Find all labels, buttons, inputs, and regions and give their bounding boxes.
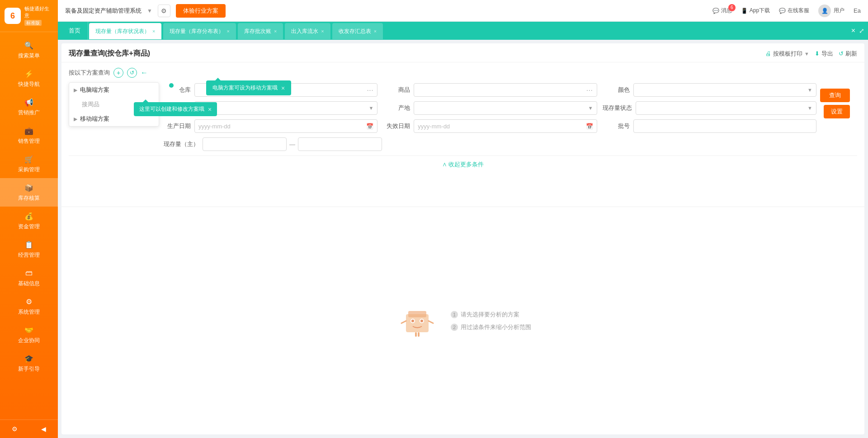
user-menu[interactable]: 👤 用户: [818, 5, 844, 17]
support-btn[interactable]: 💬 在线客服: [779, 7, 809, 14]
header-settings-icon[interactable]: ⚙: [158, 5, 170, 17]
svg-point-4: [411, 320, 414, 322]
nav-item-sales[interactable]: 💼 销售管理: [0, 121, 58, 150]
color-select[interactable]: ▼: [633, 83, 816, 97]
close-tab-stock-dist[interactable]: ×: [226, 28, 229, 34]
scheme-tooltip-close[interactable]: ×: [281, 85, 285, 92]
stock-qty-max[interactable]: [298, 137, 382, 151]
origin-select[interactable]: ▼: [414, 101, 597, 115]
system-name: 装备及固定资产辅助管理系统: [65, 7, 142, 15]
trial-btn[interactable]: 体验行业方案: [176, 4, 226, 18]
collapse-sidebar-btn[interactable]: ◀: [41, 425, 46, 433]
settings-icon[interactable]: ⚙: [12, 425, 18, 433]
edit-tooltip-close[interactable]: ×: [208, 106, 212, 113]
close-tab-stock-status[interactable]: ×: [152, 28, 155, 34]
close-tab-recv-summary[interactable]: ×: [374, 28, 377, 34]
goods-dots[interactable]: ···: [586, 86, 593, 94]
svg-point-5: [420, 320, 423, 322]
color-group: 颜色 ▼: [603, 83, 816, 97]
nav-item-base[interactable]: 🗃 基础信息: [0, 264, 58, 292]
nav-item-system[interactable]: ⚙ 系统管理: [0, 292, 58, 320]
sales-icon: 💼: [24, 126, 34, 136]
calendar-icon: 📅: [366, 123, 373, 130]
nav-item-inventory[interactable]: 📦 库存核算: [0, 178, 58, 207]
tab-stock-status[interactable]: 现存量（库存状况表） ×: [89, 23, 161, 39]
nav-item-marketing[interactable]: 📢 营销推广: [0, 93, 58, 121]
svg-rect-7: [418, 332, 420, 337]
stock-qty-min[interactable]: [203, 137, 287, 151]
warehouse-dots[interactable]: ···: [367, 86, 374, 94]
header-right: 💬 消息 6 📱 App下载 💬 在线客服 👤 用户 Ea: [712, 5, 861, 17]
filter-area: 按以下方案查询 + ↺ ← 电脑方案可设为移动方案哦 × 这里可以创建和修改方案…: [61, 62, 864, 207]
filter-row-2: 尺码 ▼ 产地 ▼ 现存量状态: [164, 101, 816, 115]
page-content: 现存量查询(按仓库+商品) 🖨 按模板打印 ▼ ⬇ 导出 ↺ 刷新: [61, 43, 864, 434]
edit-tooltip: 这里可以创建和修改方案哦 ×: [134, 102, 217, 116]
close-tab-batch-ledger[interactable]: ×: [274, 28, 277, 34]
tab-inout-flow[interactable]: 出入库流水 ×: [285, 23, 330, 39]
svg-rect-1: [408, 311, 426, 317]
refresh-scheme-btn[interactable]: ↺: [127, 68, 137, 78]
sidebar: 6 畅捷通好生意 标准版 🔍 搜索菜单 ⚡ 快捷导航 📢 营销推广 💼 销售管理…: [0, 0, 58, 438]
tab-home[interactable]: 首页: [61, 22, 88, 40]
dot-indicator: [169, 83, 174, 88]
goods-select[interactable]: ···: [414, 83, 597, 97]
back-arrow-btn[interactable]: ←: [141, 69, 148, 77]
filter-header: 按以下方案查询 + ↺ ←: [69, 68, 857, 78]
empty-state: 1 请先选择要分析的方案 2 用过滤条件来缩小分析范围: [61, 207, 864, 434]
filter-btn-group: 查询 设置: [820, 89, 850, 118]
tab-recv-summary[interactable]: 收发存汇总表 ×: [332, 23, 383, 39]
marketing-icon: 📢: [24, 97, 34, 107]
sidebar-bottom: ⚙ ◀: [0, 419, 58, 438]
tab-batch-ledger[interactable]: 库存批次账 ×: [238, 23, 283, 39]
stock-status-select[interactable]: ▼: [636, 101, 816, 115]
tab-bar: 首页 现存量（库存状况表） × 现存量（库存分布表） × 库存批次账 × 出入库…: [58, 22, 868, 40]
message-btn[interactable]: 💬 消息 6: [712, 7, 732, 14]
empty-tip-1: 1 请先选择要分析的方案: [451, 311, 531, 319]
stock-qty-range: —: [203, 137, 382, 151]
finance-icon: 💰: [24, 211, 34, 221]
print-icon: 🖨: [765, 50, 771, 57]
scheme-item-pc[interactable]: ▶ 电脑端方案: [69, 83, 159, 97]
nav-item-finance[interactable]: 💰 资金管理: [0, 207, 58, 235]
system-dropdown[interactable]: ▼: [147, 8, 152, 14]
empty-illustration: [395, 298, 440, 344]
search-icon: 🔍: [24, 40, 34, 50]
app-download-btn[interactable]: 📱 App下载: [741, 7, 770, 14]
filter-row-4: 现存量（主） —: [164, 137, 816, 151]
avatar: 👤: [818, 5, 831, 17]
newbie-icon: 🎓: [24, 353, 34, 363]
top-header: 装备及固定资产辅助管理系统 ▼ ⚙ 体验行业方案 💬 消息 6 📱 App下载 …: [58, 0, 868, 22]
goods-group: 商品 ···: [383, 83, 597, 97]
production-date-input[interactable]: yyyy-mm-dd 📅: [194, 119, 377, 133]
expire-date-input[interactable]: yyyy-mm-dd 📅: [414, 119, 597, 133]
production-date-group: 生产日期 yyyy-mm-dd 📅: [164, 119, 377, 133]
reset-btn[interactable]: 设置: [824, 105, 850, 118]
nav-item-search[interactable]: 🔍 搜索菜单: [0, 36, 58, 64]
enterprise-icon: 🤝: [24, 325, 34, 335]
tab-stock-dist[interactable]: 现存量（库存分布表） ×: [163, 23, 236, 39]
nav-item-quick[interactable]: ⚡ 快捷导航: [0, 64, 58, 93]
maximize-btn[interactable]: ⤢: [859, 27, 864, 34]
collapse-bar[interactable]: ∧ 收起更多条件: [69, 155, 857, 173]
close-tab-inout-flow[interactable]: ×: [321, 28, 324, 34]
nav-item-enterprise[interactable]: 🤝 企业协同: [0, 320, 58, 349]
batch-input[interactable]: [633, 119, 816, 133]
close-all-tabs[interactable]: ×: [851, 27, 855, 35]
nav-item-newbie[interactable]: 🎓 新手引导: [0, 349, 58, 377]
nav-item-operations[interactable]: 📋 经营管理: [0, 235, 58, 264]
system-icon: ⚙: [24, 297, 34, 306]
nav-item-purchase[interactable]: 🛒 采购管理: [0, 150, 58, 178]
export-btn[interactable]: ⬇ 导出: [815, 50, 833, 58]
sidebar-nav: 🔍 搜索菜单 ⚡ 快捷导航 📢 营销推广 💼 销售管理 🛒 采购管理 📦 库存核…: [0, 32, 58, 419]
logo-icon: 6: [5, 8, 21, 24]
batch-group: 批号: [603, 119, 816, 133]
sidebar-logo: 6 畅捷通好生意 标准版: [0, 0, 58, 32]
tab-actions: × ⤢: [851, 27, 864, 35]
print-btn[interactable]: 🖨 按模板打印 ▼: [765, 50, 809, 58]
refresh-btn[interactable]: ↺ 刷新: [839, 50, 857, 58]
query-btn[interactable]: 查询: [820, 89, 850, 102]
add-scheme-btn[interactable]: +: [113, 68, 123, 78]
base-icon: 🗃: [24, 268, 34, 278]
size-select[interactable]: ▼: [194, 101, 377, 115]
svg-line-9: [429, 321, 433, 323]
